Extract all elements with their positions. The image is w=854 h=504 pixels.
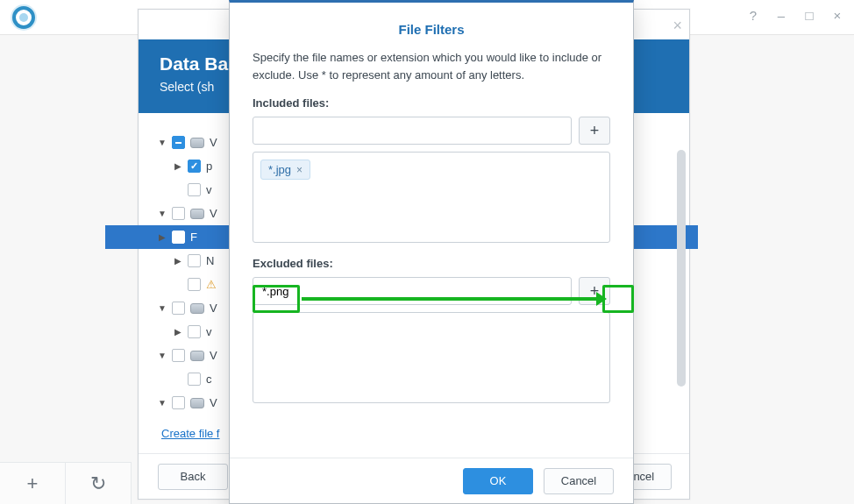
back-button[interactable]: Back — [158, 464, 228, 490]
close-button[interactable]: × — [829, 7, 845, 23]
dialog-title: File Filters — [230, 3, 633, 49]
checkbox[interactable] — [172, 349, 185, 362]
remove-tag-icon[interactable]: × — [296, 164, 302, 176]
checkbox[interactable] — [188, 160, 201, 173]
chevron-down-icon[interactable]: ▼ — [158, 351, 167, 360]
history-button[interactable]: ↻ — [66, 463, 132, 504]
minimize-button[interactable]: – — [773, 7, 789, 23]
chevron-down-icon[interactable]: ▼ — [158, 138, 167, 147]
maximize-button[interactable]: □ — [801, 7, 817, 23]
history-icon: ↻ — [90, 472, 106, 495]
add-excluded-button[interactable]: + — [579, 277, 610, 305]
scrollbar[interactable] — [677, 150, 686, 387]
excluded-files-input[interactable] — [253, 277, 572, 305]
chevron-down-icon[interactable]: ▼ — [158, 303, 167, 313]
file-filters-dialog: File Filters Specify the file names or e… — [229, 0, 634, 504]
volume-icon — [190, 398, 204, 408]
dialog-description: Specify the file names or extension whic… — [253, 49, 610, 84]
checkbox[interactable] — [188, 325, 201, 338]
excluded-files-label: Excluded files: — [253, 257, 610, 270]
add-task-button[interactable]: + — [0, 463, 66, 504]
chevron-down-icon[interactable]: ▼ — [158, 398, 167, 408]
checkbox[interactable] — [172, 231, 185, 244]
included-files-label: Included files: — [253, 96, 610, 110]
checkbox[interactable] — [188, 183, 201, 196]
chevron-right-icon[interactable]: ▶ — [158, 232, 167, 242]
help-button[interactable]: ? — [745, 7, 761, 23]
close-icon[interactable]: × — [673, 17, 682, 35]
window-controls: ? – □ × — [745, 7, 845, 23]
chevron-right-icon[interactable]: ▶ — [174, 327, 182, 337]
warning-icon: ⚠ — [206, 278, 217, 291]
checkbox[interactable] — [188, 254, 201, 267]
checkbox[interactable] — [172, 207, 185, 220]
excluded-files-list — [253, 312, 610, 403]
chevron-right-icon[interactable]: ▶ — [174, 161, 182, 171]
dialog-footer: OK Cancel — [230, 458, 633, 503]
volume-icon — [190, 209, 204, 219]
task-toolbar: + ↻ — [0, 462, 132, 504]
chevron-down-icon[interactable]: ▼ — [158, 209, 167, 218]
included-files-list: *.jpg× — [253, 152, 610, 243]
filter-tag: *.jpg× — [260, 160, 310, 180]
ok-button[interactable]: OK — [463, 468, 533, 494]
volume-icon — [190, 303, 204, 314]
add-included-button[interactable]: + — [579, 117, 610, 145]
app-logo-icon — [12, 6, 35, 29]
volume-icon — [190, 138, 204, 148]
checkbox[interactable] — [172, 396, 185, 409]
filter-tag-label: *.jpg — [268, 163, 291, 176]
checkbox[interactable] — [172, 302, 185, 315]
included-files-input[interactable] — [253, 117, 572, 145]
checkbox[interactable] — [172, 136, 185, 149]
chevron-right-icon[interactable]: ▶ — [174, 256, 182, 266]
volume-icon — [190, 351, 204, 361]
checkbox[interactable] — [188, 278, 201, 291]
checkbox[interactable] — [188, 373, 201, 386]
cancel-button[interactable]: Cancel — [544, 468, 614, 494]
